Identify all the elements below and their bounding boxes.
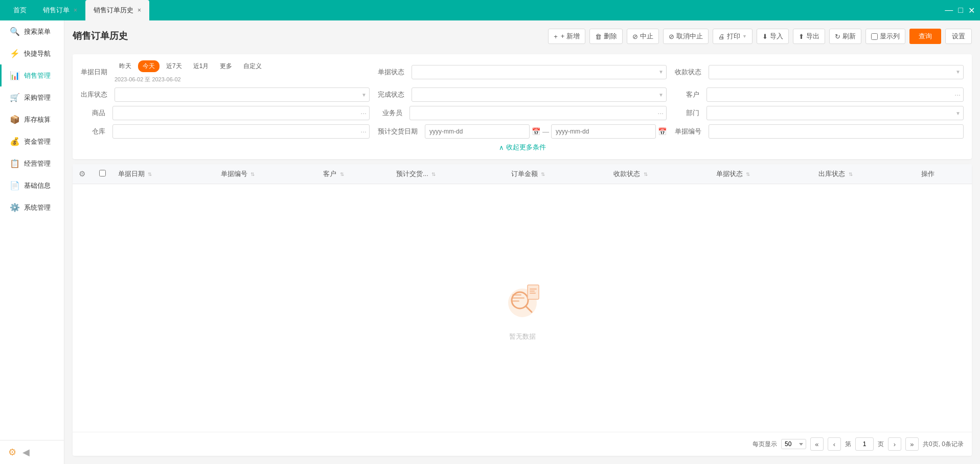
cancel-stop-button[interactable]: ⊘ 取消中止 [663,29,709,44]
sidebar-item-sales-mgmt[interactable]: 📊 销售管理 [0,64,64,86]
sales-mgmt-icon: 📊 [10,71,20,80]
last-page-btn[interactable]: » [905,437,919,451]
next-page-btn[interactable]: › [888,437,901,451]
tab-sales-order-label: 销售订单 [43,6,70,15]
stop-label: 中止 [640,32,653,41]
filter-salesperson-input[interactable] [409,106,667,120]
display-cols-checkbox[interactable] [871,33,878,40]
first-page-icon: « [815,440,818,448]
date-from-calendar-icon[interactable]: 📅 [532,127,540,136]
toolbar: + + 新增 🗑 删除 ⊘ 中止 ⊘ 取消中止 🖨 打印 [548,29,972,44]
th-amount[interactable]: 订单金额 ⇅ [505,164,608,184]
tab-sales-order-history[interactable]: 销售订单历史 × [85,0,149,20]
tab-sales-order-history-close[interactable]: × [138,7,141,14]
search-menu-icon: 🔍 [10,27,20,36]
per-page-select[interactable]: 50 10 20 100 [781,439,806,449]
display-cols-label: 显示列 [880,32,900,41]
sidebar-item-finance[interactable]: 💰 资金管理 [0,130,64,152]
purchase-mgmt-icon: 🛒 [10,93,20,102]
sidebar-collapse-icon[interactable]: ◀ [22,447,30,458]
print-button[interactable]: 🖨 打印 ▼ [713,29,753,44]
maximize-btn[interactable]: □ [958,6,963,15]
th-customer[interactable]: 客户 ⇅ [317,164,390,184]
prev-page-icon: ‹ [833,440,835,448]
data-table: ⚙ 单据日期 ⇅ 单据编号 ⇅ [73,164,972,184]
filter-doc-status-select[interactable] [412,65,667,79]
date-to-calendar-icon[interactable]: 📅 [658,127,667,136]
filter-payment-status-select[interactable] [709,65,964,79]
sidebar-purchase-mgmt-label: 采购管理 [24,93,51,102]
th-doc-status[interactable]: 单据状态 ⇅ [710,164,813,184]
filter-goods-field: ··· [112,106,370,120]
query-button[interactable]: 查询 [909,29,941,44]
th-stock-status[interactable]: 出库状态 ⇅ [812,164,915,184]
filter-warehouse-input[interactable] [112,124,370,139]
tab-home-label: 首页 [13,6,27,15]
import-button[interactable]: ⬇ 导入 [757,29,789,44]
tab-sales-order[interactable]: 销售订单 × [35,0,85,20]
close-btn[interactable]: ✕ [968,6,975,15]
select-all-checkbox[interactable] [99,170,106,176]
filter-customer-input[interactable] [706,87,964,102]
delete-button[interactable]: 🗑 删除 [589,29,623,44]
filter-expected-date-to[interactable] [551,124,656,139]
display-cols-btn[interactable]: 显示列 [865,29,905,44]
sidebar-item-quick-nav[interactable]: ⚡ 快捷导航 [0,42,64,64]
th-date[interactable]: 单据日期 ⇅ [112,164,215,184]
page-label: 第 [845,440,851,449]
filter-order-no-input[interactable] [709,124,964,139]
filter-dept-label: 部门 [675,108,703,118]
add-button[interactable]: + + 新增 [548,29,585,44]
th-date-label: 单据日期 [118,170,145,178]
filter-salesperson-field: ··· [409,106,667,120]
filter-dept-select[interactable] [706,106,964,120]
svg-rect-7 [530,289,537,290]
date-chip-1month[interactable]: 近1月 [189,60,214,72]
date-chip-custom[interactable]: 自定义 [239,60,266,72]
setting-button[interactable]: 设置 [945,29,972,44]
filter-complete-cell: 完成状态 ▼ [378,87,667,102]
tab-home[interactable]: 首页 [5,0,35,20]
sidebar-settings-icon[interactable]: ⚙ [8,447,16,458]
date-chip-7days[interactable]: 近7天 [162,60,187,72]
filter-complete-select[interactable] [412,87,667,102]
date-chip-today[interactable]: 今天 [138,60,159,72]
first-page-btn[interactable]: « [810,437,824,451]
filter-goods-input[interactable] [112,106,370,120]
sidebar-item-basic-info[interactable]: 📄 基础信息 [0,174,64,196]
th-payment-status[interactable]: 收款状态 ⇅ [607,164,710,184]
sidebar-item-search-menu[interactable]: 🔍 搜索菜单 [0,20,64,42]
date-chip-yesterday[interactable]: 昨天 [115,60,136,72]
th-date-sort-icon: ⇅ [148,171,152,177]
svg-rect-9 [530,293,536,294]
prev-page-btn[interactable]: ‹ [828,437,841,451]
cancel-stop-icon: ⊘ [669,33,674,40]
page-number-input[interactable] [855,437,874,451]
table-settings-icon[interactable]: ⚙ [79,169,85,178]
window-controls: — □ ✕ [945,6,975,15]
filter-stock-out-select[interactable] [115,87,370,102]
tab-sales-order-close[interactable]: × [74,7,77,14]
sidebar-search-menu-label: 搜索菜单 [24,27,51,36]
th-expected[interactable]: 预计交货... ⇅ [390,164,505,184]
sidebar-item-purchase-mgmt[interactable]: 🛒 采购管理 [0,86,64,108]
stop-button[interactable]: ⊘ 中止 [627,29,659,44]
date-chip-more[interactable]: 更多 [215,60,237,72]
refresh-button[interactable]: ↻ 刷新 [829,29,861,44]
collapse-filter-btn[interactable]: ∧ 收起更多条件 [81,141,964,153]
filter-date-label: 单据日期 [81,68,111,77]
page-suffix: 页 [878,440,884,449]
sidebar-item-operations[interactable]: 📋 经营管理 [0,152,64,174]
minimize-btn[interactable]: — [945,6,953,15]
import-label: 导入 [770,32,783,41]
filter-expected-date-from[interactable] [425,124,530,139]
th-no[interactable]: 单据编号 ⇅ [215,164,317,184]
date-separator: — [542,128,549,136]
content-area: 销售订单历史 + + 新增 🗑 删除 ⊘ 中止 ⊘ 取消中止 [64,20,980,464]
filter-warehouse-cell: 仓库 ··· [81,124,370,139]
sidebar-item-inventory[interactable]: 📦 库存核算 [0,108,64,130]
export-button[interactable]: ⬆ 导出 [793,29,825,44]
sidebar-operations-label: 经营管理 [24,159,51,168]
th-no-label: 单据编号 [221,170,247,178]
sidebar-item-system-mgmt[interactable]: ⚙️ 系统管理 [0,196,64,218]
